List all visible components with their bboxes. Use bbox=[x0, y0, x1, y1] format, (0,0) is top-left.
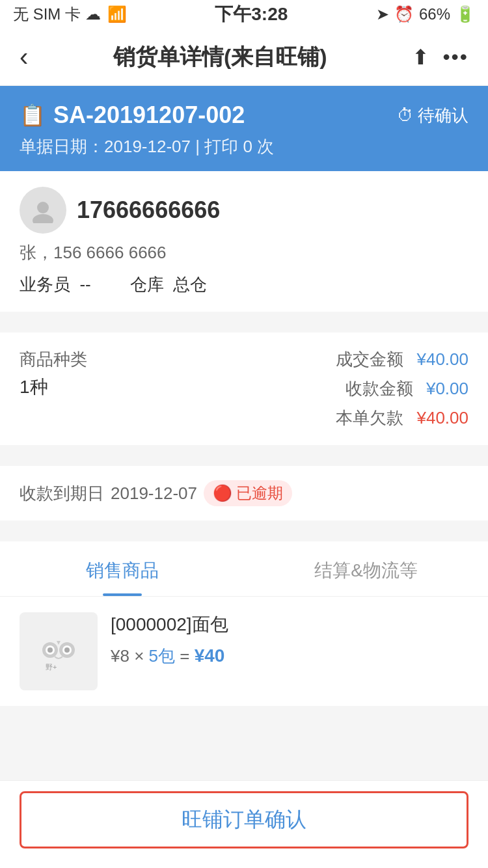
customer-meta: 业务员 -- 仓库 总仓 bbox=[20, 273, 468, 296]
clock-icon: ⏱ bbox=[397, 105, 414, 126]
status-right: ➤ ⏰ 66% 🔋 bbox=[376, 5, 475, 23]
order-status: ⏱ 待确认 bbox=[397, 104, 468, 127]
unit-price: ¥8 bbox=[111, 646, 129, 666]
tab-sales-label: 销售商品 bbox=[86, 560, 159, 580]
page-title: 销货单详情(来自旺铺) bbox=[113, 42, 327, 72]
confirm-button-label: 旺铺订单确认 bbox=[182, 806, 306, 834]
deal-amount-row: 成交金额 ¥40.00 bbox=[336, 348, 468, 371]
svg-point-6 bbox=[47, 647, 53, 653]
wifi-icon: 📶 bbox=[107, 5, 127, 23]
status-bar: 无 SIM 卡 ☁ 📶 下午3:28 ➤ ⏰ 66% 🔋 bbox=[0, 0, 488, 29]
svg-marker-8 bbox=[57, 641, 61, 645]
receipt-amount-row: 收款金额 ¥0.00 bbox=[346, 377, 468, 400]
overdue-badge: 🔴 已逾期 bbox=[204, 480, 292, 506]
battery-icon: 🔋 bbox=[455, 5, 475, 23]
more-icon[interactable]: ••• bbox=[442, 45, 468, 69]
customer-name: 张，156 6666 6666 bbox=[20, 241, 468, 264]
multiply-sign: × bbox=[134, 646, 148, 666]
receipt-amount-label: 收款金额 bbox=[346, 377, 413, 400]
order-header: 📋 SA-20191207-002 ⏱ 待确认 单据日期：2019-12-07 … bbox=[0, 86, 488, 171]
svg-point-1 bbox=[33, 214, 53, 223]
summary-section: 商品种类 1种 成交金额 ¥40.00 收款金额 ¥0.00 本单欠款 ¥40.… bbox=[0, 332, 488, 445]
product-types: 商品种类 1种 bbox=[20, 348, 87, 400]
share-icon[interactable]: ⬆ bbox=[412, 45, 429, 70]
overdue-text: 已逾期 bbox=[236, 483, 283, 504]
svg-point-7 bbox=[64, 647, 70, 653]
no-sim-text: 无 SIM 卡 ☁ bbox=[13, 4, 101, 25]
balance-row: 本单欠款 ¥40.00 bbox=[336, 407, 468, 429]
salesperson-field: 业务员 -- bbox=[20, 273, 91, 296]
avatar bbox=[20, 187, 66, 234]
due-date-label: 收款到期日 bbox=[20, 482, 104, 505]
warehouse-label: 仓库 bbox=[130, 275, 164, 294]
customer-row: 17666666666 bbox=[20, 187, 468, 234]
balance-label: 本单欠款 bbox=[336, 407, 403, 429]
product-thumbnail: 野+ bbox=[20, 612, 98, 690]
product-info: [0000002]面包 ¥8 × 5包 = ¥40 bbox=[111, 612, 468, 668]
warehouse-value: 总仓 bbox=[173, 275, 207, 294]
warehouse-field: 仓库 总仓 bbox=[130, 273, 207, 296]
nav-bar: ‹ 销货单详情(来自旺铺) ⬆ ••• bbox=[0, 29, 488, 86]
tabs-row: 销售商品 结算&物流等 bbox=[0, 541, 488, 596]
customer-phone: 17666666666 bbox=[77, 197, 220, 224]
product-total: ¥40 bbox=[195, 645, 225, 666]
warning-icon: 🔴 bbox=[213, 484, 232, 502]
tab-settlement-label: 结算&物流等 bbox=[314, 560, 418, 580]
order-icon: 📋 bbox=[20, 103, 46, 128]
battery-text: 66% bbox=[419, 5, 450, 23]
product-item: 野+ [0000002]面包 ¥8 × 5包 = ¥40 bbox=[20, 612, 468, 690]
receipt-amount-value: ¥0.00 bbox=[426, 379, 468, 399]
product-price: ¥8 × 5包 = ¥40 bbox=[111, 645, 468, 668]
alarm-icon: ⏰ bbox=[394, 5, 414, 23]
nav-actions: ⬆ ••• bbox=[412, 45, 468, 70]
tabs-section: 销售商品 结算&物流等 bbox=[0, 541, 488, 597]
divider-1 bbox=[0, 322, 488, 332]
amounts: 成交金额 ¥40.00 收款金额 ¥0.00 本单欠款 ¥40.00 bbox=[336, 348, 468, 429]
product-section: 野+ [0000002]面包 ¥8 × 5包 = ¥40 bbox=[0, 597, 488, 706]
location-icon: ➤ bbox=[376, 5, 389, 23]
bottom-button-container: 旺铺订单确认 bbox=[0, 780, 488, 868]
customer-section: 17666666666 张，156 6666 6666 业务员 -- 仓库 总仓 bbox=[0, 171, 488, 312]
product-types-label: 商品种类 bbox=[20, 348, 87, 371]
deal-amount-label: 成交金额 bbox=[336, 348, 403, 371]
product-name: [0000002]面包 bbox=[111, 612, 468, 637]
status-text: 待确认 bbox=[418, 104, 468, 127]
status-time: 下午3:28 bbox=[215, 2, 288, 27]
salesperson-label: 业务员 bbox=[20, 275, 70, 294]
order-number: SA-20191207-002 bbox=[53, 102, 245, 129]
quantity: 5包 bbox=[149, 646, 175, 666]
status-left: 无 SIM 卡 ☁ 📶 bbox=[13, 4, 127, 25]
equals-sign: = bbox=[180, 646, 194, 666]
confirm-order-button[interactable]: 旺铺订单确认 bbox=[20, 791, 468, 848]
svg-text:野+: 野+ bbox=[46, 663, 57, 671]
svg-point-0 bbox=[37, 202, 49, 213]
divider-3 bbox=[0, 531, 488, 541]
tab-settlement[interactable]: 结算&物流等 bbox=[244, 541, 488, 596]
order-header-top: 📋 SA-20191207-002 ⏱ 待确认 bbox=[20, 102, 468, 129]
order-date: 单据日期：2019-12-07 | 打印 0 次 bbox=[20, 135, 468, 158]
back-button[interactable]: ‹ bbox=[20, 42, 28, 72]
deal-amount-value: ¥40.00 bbox=[416, 349, 468, 370]
balance-value: ¥40.00 bbox=[416, 408, 468, 428]
product-types-value: 1种 bbox=[20, 375, 87, 400]
salesperson-value: -- bbox=[79, 275, 90, 294]
tab-sales-product[interactable]: 销售商品 bbox=[0, 541, 244, 596]
due-date-section: 收款到期日 2019-12-07 🔴 已逾期 bbox=[0, 466, 488, 521]
divider-2 bbox=[0, 455, 488, 466]
due-date-value: 2019-12-07 bbox=[111, 483, 197, 504]
